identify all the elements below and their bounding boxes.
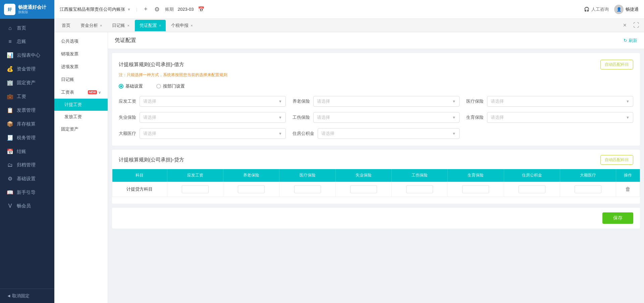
sidebar-item-inventory[interactable]: 📦 库存核算 bbox=[0, 117, 54, 131]
tab-expand-btn[interactable]: ⛶ bbox=[631, 20, 641, 30]
save-button[interactable]: 保存 bbox=[602, 212, 633, 224]
sidebar-item-archive[interactable]: 🗂 归档管理 bbox=[0, 158, 54, 172]
sidebar-item-ledger[interactable]: ≡ 总账 bbox=[0, 35, 54, 48]
select-maternity[interactable]: 请选择 ▼ bbox=[487, 112, 633, 123]
sidebar-label-finance: 资金管理 bbox=[17, 66, 36, 72]
sidebar-item-guide[interactable]: 📖 新手引导 bbox=[0, 186, 54, 199]
input-gross-salary[interactable] bbox=[182, 185, 209, 193]
sidebar-label-settings: 基础设置 bbox=[17, 176, 36, 182]
tab-voucher-config-close[interactable]: × bbox=[159, 23, 161, 28]
input-unemployment[interactable] bbox=[350, 185, 377, 193]
left-item-fixed-assets[interactable]: 固定资产 bbox=[54, 123, 108, 136]
avatar: 👤 bbox=[614, 5, 624, 14]
tab-journal-close[interactable]: × bbox=[127, 23, 129, 28]
label-work-injury: 工伤保险 bbox=[292, 114, 310, 120]
select-pension[interactable]: 请选择 ▼ bbox=[313, 96, 460, 107]
input-maternity[interactable] bbox=[462, 185, 489, 193]
credit-table: 科目 应发工资 养老保险 医疗保险 失业保险 工伤保险 生育保险 住房公积金 大… bbox=[112, 169, 640, 197]
td-unemployment-input[interactable] bbox=[335, 182, 391, 197]
delete-row-icon[interactable]: 🗑 bbox=[625, 186, 631, 192]
td-medical-input[interactable] bbox=[279, 182, 335, 197]
home-icon: ⌂ bbox=[7, 25, 13, 31]
sidebar-label-invoice: 发票管理 bbox=[17, 107, 36, 113]
topbar-add-icon[interactable]: + bbox=[143, 4, 149, 14]
tab-voucher-config[interactable]: 凭证配置 × bbox=[135, 20, 166, 31]
th-unemployment: 失业保险 bbox=[335, 169, 391, 182]
tab-tax-close[interactable]: × bbox=[191, 23, 193, 28]
radio-basic[interactable]: 基础设置 bbox=[119, 83, 143, 89]
user-menu[interactable]: 👤 畅捷通 bbox=[614, 5, 639, 14]
td-gross-salary-input[interactable] bbox=[167, 182, 223, 197]
tab-tax[interactable]: 个税申报 × bbox=[166, 20, 197, 31]
sidebar-item-invoice[interactable]: 📋 发票管理 bbox=[0, 103, 54, 117]
left-item-public[interactable]: 公共选项 bbox=[54, 35, 108, 48]
sidebar-collapse[interactable]: ◄ 取消固定 bbox=[0, 289, 54, 303]
tab-finance[interactable]: 资金分析 × bbox=[76, 20, 107, 31]
sidebar-item-home[interactable]: ⌂ 首页 bbox=[0, 21, 54, 35]
tab-finance-label: 资金分析 bbox=[80, 22, 98, 29]
debit-form-grid: 应发工资 请选择 ▼ 养老保险 请选择 ▼ 医疗 bbox=[119, 96, 633, 139]
credit-auto-match-button[interactable]: 自动匹配科目 bbox=[600, 155, 633, 165]
left-item-journal[interactable]: 日记账 bbox=[54, 73, 108, 86]
topbar-settings-icon[interactable]: ⚙ bbox=[153, 4, 161, 14]
td-maternity-input[interactable] bbox=[448, 182, 504, 197]
select-gross-salary[interactable]: 请选择 ▼ bbox=[140, 96, 286, 107]
td-pension-input[interactable] bbox=[223, 182, 279, 197]
radio-basic-dot bbox=[120, 85, 122, 87]
reports-icon: 📊 bbox=[7, 52, 13, 58]
field-major-medical: 大额医疗 请选择 ▼ bbox=[119, 128, 286, 139]
debit-auto-match-button[interactable]: 自动匹配科目 bbox=[600, 60, 633, 69]
left-item-payroll-table[interactable]: 工资表 NEW ∨ bbox=[54, 86, 108, 99]
input-housing-fund[interactable] bbox=[519, 185, 545, 193]
refresh-button[interactable]: ↻ 刷新 bbox=[624, 38, 637, 44]
sidebar-item-reports[interactable]: 📊 云报表中心 bbox=[0, 48, 54, 62]
input-major-medical[interactable] bbox=[575, 185, 601, 193]
input-medical[interactable] bbox=[294, 185, 321, 193]
left-item-sales-invoice[interactable]: 销项发票 bbox=[54, 48, 108, 60]
company-selector[interactable]: 江西服宝精品有限责任公司内账张 ▼ bbox=[60, 6, 131, 12]
sidebar-label-closing: 结账 bbox=[17, 149, 26, 155]
sidebar-item-assets[interactable]: 🏢 固定资产 bbox=[0, 76, 54, 90]
sidebar-label-archive: 归档管理 bbox=[17, 162, 36, 168]
td-housing-fund-input[interactable] bbox=[504, 182, 560, 197]
left-item-accrue-payroll[interactable]: 计提工资 bbox=[54, 99, 108, 111]
tab-finance-close[interactable]: × bbox=[100, 23, 102, 28]
tab-close-btn[interactable]: × bbox=[621, 20, 629, 30]
field-maternity: 生育保险 请选择 ▼ bbox=[466, 112, 633, 123]
username: 畅捷通 bbox=[626, 6, 639, 12]
td-major-medical-input[interactable] bbox=[560, 182, 616, 197]
select-work-injury[interactable]: 请选择 ▼ bbox=[313, 112, 460, 123]
left-label-fixed-assets: 固定资产 bbox=[61, 126, 78, 132]
select-unemployment[interactable]: 请选择 ▼ bbox=[140, 112, 286, 123]
collapse-label: ◄ 取消固定 bbox=[7, 293, 30, 299]
debit-section-title: 计提核算规则(公司承担)-借方 bbox=[119, 61, 184, 68]
sidebar-item-closing[interactable]: 📅 结账 bbox=[0, 145, 54, 158]
left-label-public: 公共选项 bbox=[61, 38, 78, 44]
select-gross-salary-arrow: ▼ bbox=[278, 99, 282, 103]
field-unemployment: 失业保险 请选择 ▼ bbox=[119, 112, 286, 123]
sidebar-item-tax[interactable]: 🧾 税务管理 bbox=[0, 131, 54, 145]
sidebar-item-finance[interactable]: 💰 资金管理 bbox=[0, 62, 54, 76]
radio-department[interactable]: 按部门设置 bbox=[156, 83, 185, 89]
left-item-purchase-invoice[interactable]: 进项发票 bbox=[54, 60, 108, 73]
topbar-separator: | bbox=[136, 7, 137, 12]
select-medical[interactable]: 请选择 ▼ bbox=[487, 96, 633, 107]
service-btn[interactable]: 🎧 人工咨询 bbox=[584, 6, 609, 12]
sidebar-item-settings[interactable]: ⚙ 基础设置 bbox=[0, 172, 54, 186]
input-pension[interactable] bbox=[238, 185, 265, 193]
td-work-injury-input[interactable] bbox=[392, 182, 448, 197]
select-housing-fund[interactable]: 请选择 ▼ bbox=[318, 128, 460, 139]
select-major-medical[interactable]: 请选择 ▼ bbox=[140, 128, 286, 139]
sidebar-item-payroll[interactable]: 💼 工资 bbox=[0, 90, 54, 103]
input-work-injury[interactable] bbox=[406, 185, 433, 193]
sidebar-label-home: 首页 bbox=[17, 25, 26, 31]
sidebar-item-vip[interactable]: V 畅会员 bbox=[0, 199, 54, 213]
main-area: 江西服宝精品有限责任公司内账张 ▼ | + ⚙ 账期 2023-03 📅 🎧 人… bbox=[54, 0, 644, 303]
calendar-icon[interactable]: 📅 bbox=[198, 6, 205, 12]
select-maternity-placeholder: 请选择 bbox=[491, 114, 504, 120]
th-major-medical: 大额医疗 bbox=[560, 169, 616, 182]
table-row: 计提贷方科目 🗑 bbox=[112, 182, 640, 197]
left-item-pay-payroll[interactable]: 发放工资 bbox=[54, 111, 108, 123]
tab-home[interactable]: 首页 bbox=[57, 20, 75, 31]
tab-journal[interactable]: 日记账 × bbox=[107, 20, 134, 31]
